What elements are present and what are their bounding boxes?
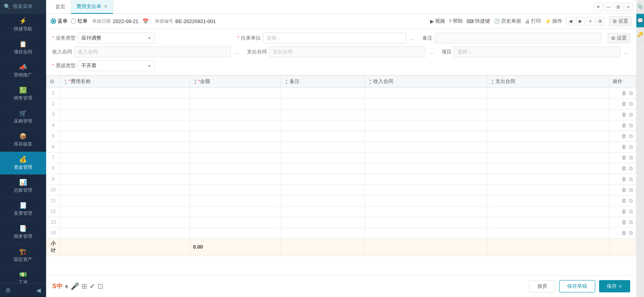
delete-icon-5[interactable]: 🗑	[621, 133, 627, 139]
td-expense-contract-11[interactable]	[487, 195, 609, 206]
delete-icon-4[interactable]: 🗑	[621, 122, 627, 128]
settings-right-button[interactable]: ⚙ 设置	[608, 33, 630, 43]
delete-icon-9[interactable]: 🗑	[621, 176, 627, 182]
td-income-contract-4[interactable]	[365, 120, 487, 131]
td-remark-11[interactable]	[281, 195, 365, 206]
save-button[interactable]: 保存 ∨	[599, 280, 630, 292]
box-icon[interactable]: ⊡	[98, 282, 103, 290]
view-list-btn[interactable]: ≡	[586, 17, 594, 25]
td-remark-2[interactable]	[281, 98, 365, 109]
td-income-contract-11[interactable]	[365, 195, 487, 206]
td-amount-8[interactable]	[190, 163, 281, 174]
td-expense-name-4[interactable]	[60, 120, 190, 131]
td-amount-14[interactable]	[190, 227, 281, 238]
td-remark-3[interactable]	[281, 109, 365, 120]
project-dots[interactable]: ...	[622, 49, 630, 55]
td-remark-6[interactable]	[281, 141, 365, 152]
td-income-contract-7[interactable]	[365, 152, 487, 163]
td-amount-9[interactable]	[190, 174, 281, 184]
delete-icon-13[interactable]: 🗑	[621, 219, 627, 225]
sidebar-item-capital-mgmt[interactable]: 💰 资金管理	[0, 152, 46, 175]
copy-icon-4[interactable]: ⧉	[629, 122, 633, 129]
td-income-contract-12[interactable]	[365, 206, 487, 217]
blue-bill-radio[interactable]: 蓝单	[51, 18, 68, 25]
td-expense-contract-12[interactable]	[487, 206, 609, 217]
td-expense-name-5[interactable]	[60, 131, 190, 141]
td-expense-name-8[interactable]	[60, 163, 190, 174]
sidebar-item-tax-mgmt[interactable]: 📑 税务管理	[0, 221, 46, 244]
td-expense-name-11[interactable]	[60, 195, 190, 206]
td-income-contract-5[interactable]	[365, 131, 487, 141]
settings-button[interactable]: ⚙ 设置	[609, 16, 632, 26]
copy-icon-8[interactable]: ⧉	[629, 165, 633, 172]
copy-icon-3[interactable]: ⧉	[629, 111, 633, 118]
td-expense-name-9[interactable]	[60, 174, 190, 184]
expense-contract-dots[interactable]: ...	[428, 49, 435, 55]
td-amount-7[interactable]	[190, 152, 281, 163]
td-amount-6[interactable]	[190, 141, 281, 152]
copy-icon-12[interactable]: ⧉	[629, 208, 633, 215]
delete-icon-14[interactable]: 🗑	[621, 230, 627, 236]
td-remark-10[interactable]	[281, 184, 365, 195]
td-expense-contract-7[interactable]	[487, 152, 609, 163]
copy-icon-2[interactable]: ⧉	[629, 101, 633, 107]
td-expense-name-13[interactable]	[60, 217, 190, 227]
td-expense-name-1[interactable]	[60, 88, 190, 98]
td-expense-contract-10[interactable]	[487, 184, 609, 195]
delete-icon-12[interactable]: 🗑	[621, 208, 627, 214]
window-minimize-btn[interactable]: —	[604, 3, 613, 11]
td-income-contract-10[interactable]	[365, 184, 487, 195]
discard-button[interactable]: 放弃	[529, 280, 555, 292]
delete-icon-7[interactable]: 🗑	[621, 154, 627, 161]
td-income-contract-6[interactable]	[365, 141, 487, 152]
check-icon[interactable]: ✔	[89, 282, 95, 290]
copy-icon-6[interactable]: ⧉	[629, 144, 633, 150]
date-value[interactable]: 2022-09-21	[113, 18, 139, 24]
td-amount-11[interactable]	[190, 195, 281, 206]
invoice-type-select[interactable]: 不开票 ▼	[78, 60, 155, 71]
td-remark-8[interactable]	[281, 163, 365, 174]
td-income-contract-13[interactable]	[365, 217, 487, 227]
sidebar-item-fixed-assets[interactable]: 🏗️ 固定资产	[0, 244, 46, 267]
income-contract-input[interactable]: 收入合同	[74, 46, 231, 57]
grid-icon[interactable]: ⊞	[81, 282, 87, 290]
td-expense-contract-3[interactable]	[487, 109, 609, 120]
td-expense-contract-14[interactable]	[487, 227, 609, 238]
th-config[interactable]: ⚙	[46, 76, 60, 88]
right-panel-key[interactable]: 🔑	[636, 28, 644, 41]
tab-home[interactable]: 首页	[50, 0, 71, 14]
td-remark-4[interactable]	[281, 120, 365, 131]
right-panel-chat[interactable]: 💬	[636, 14, 644, 28]
td-expense-name-7[interactable]	[60, 152, 190, 163]
sidebar-search[interactable]: 🔍 搜索菜单	[0, 0, 46, 13]
delete-icon-6[interactable]: 🗑	[621, 144, 627, 150]
toolbar-action-operations[interactable]: ⚡ 操作	[545, 18, 562, 25]
td-income-contract-3[interactable]	[365, 109, 487, 120]
toolbar-action-history[interactable]: 🕐 历史单据	[494, 18, 521, 25]
td-remark-12[interactable]	[281, 206, 365, 217]
toolbar-action-print[interactable]: 🖨 打印	[525, 18, 541, 25]
toolbar-action-video[interactable]: ▶ 视频	[430, 18, 445, 25]
td-income-contract-9[interactable]	[365, 174, 487, 184]
sidebar-item-inventory-check[interactable]: 📦 库存核算	[0, 129, 46, 152]
nav-next-btn[interactable]: ▶	[576, 17, 584, 25]
delete-icon-10[interactable]: 🗑	[621, 187, 627, 193]
td-income-contract-8[interactable]	[365, 163, 487, 174]
td-income-contract-14[interactable]	[365, 227, 487, 238]
toolbar-action-shortcut[interactable]: ⌨ 快捷键	[467, 18, 490, 25]
sidebar-item-salary[interactable]: 💵 工资	[0, 267, 46, 283]
td-amount-5[interactable]	[190, 131, 281, 141]
td-expense-contract-5[interactable]	[487, 131, 609, 141]
window-grid-btn[interactable]: ⊞	[614, 3, 622, 11]
td-expense-contract-8[interactable]	[487, 163, 609, 174]
partner-dots[interactable]: ...	[409, 35, 416, 41]
td-expense-name-6[interactable]	[60, 141, 190, 152]
business-type-select[interactable]: 应付调整 ▼	[78, 33, 155, 43]
sidebar-item-sales-mgmt[interactable]: 💹 销售管理	[0, 83, 46, 106]
right-panel-attachment[interactable]: 📎	[636, 0, 644, 14]
td-remark-13[interactable]	[281, 217, 365, 227]
delete-icon-1[interactable]: 🗑	[621, 90, 627, 96]
red-bill-radio[interactable]: 红单	[71, 18, 88, 25]
collapse-icon[interactable]: ◀	[36, 287, 41, 294]
td-expense-contract-9[interactable]	[487, 174, 609, 184]
